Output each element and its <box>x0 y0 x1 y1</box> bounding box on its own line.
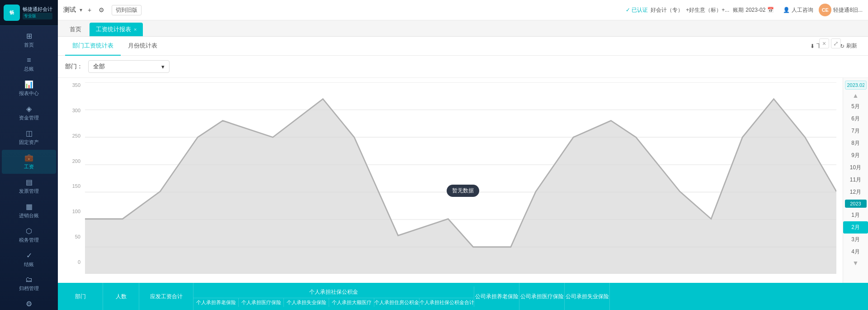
th-personal-medical: 个人承担医疗保险 <box>239 298 284 307</box>
date-month-1[interactable]: 1月 <box>843 209 868 221</box>
app-logo: 畅 畅捷通好会计 专业版 <box>0 0 58 26</box>
panel-expand-btn[interactable]: ⤢ <box>831 38 841 48</box>
chart-area: 350 300 250 200 150 100 50 0 <box>58 78 868 283</box>
date-month-11[interactable]: 11月 <box>843 174 868 186</box>
th-total-salary: 应发工资合计 <box>139 283 193 310</box>
sidebar-label-home: 首页 <box>24 42 34 48</box>
sub-tabs: 部门工资统计表 月份统计表 ⬇ 下载 ↻ 刷新 <box>58 37 868 56</box>
sidebar-item-assets[interactable]: ◫ 固定资产 <box>2 125 56 149</box>
date-month-3[interactable]: 3月 <box>843 234 868 246</box>
date-month-12[interactable]: 12月 <box>843 186 868 198</box>
salary-tab-label: 工资统计报表 <box>96 25 131 33</box>
sidebar: 畅 畅捷通好会计 专业版 ⊞ 首页 ≡ 总账 📊 报表中心 ◈ 资金管理 ◫ 固… <box>0 0 58 310</box>
date-month-6[interactable]: 6月 <box>843 113 868 125</box>
y-label-0: 0 <box>62 259 80 265</box>
sidebar-item-closing[interactable]: ✓ 结账 <box>2 248 56 272</box>
th-company-unemployment: 公司承担失业保险 <box>565 283 610 310</box>
sidebar-item-salary[interactable]: 💼 工资 <box>2 150 56 174</box>
date-month-9[interactable]: 9月 <box>843 149 868 162</box>
date-panel: ▲ 5月 6月 7月 8月 9月 10月 11月 12月 2023 1月 2月 … <box>843 78 868 283</box>
closing-icon: ✓ <box>26 251 32 260</box>
ce-label: CE <box>822 7 829 13</box>
sidebar-label-sales: 进销台账 <box>19 212 39 219</box>
sidebar-item-settings[interactable]: ⚙ 设置 <box>2 296 56 310</box>
th-company-medical: 公司承担医疗保险 <box>519 283 565 310</box>
date-year-input[interactable] <box>845 81 867 90</box>
th-headcount: 人数 <box>103 283 139 310</box>
topbar: 测试 ▾ + ⚙ 切到旧版 ✓ 已认证 好会计（专） +好生意（标）+... 账… <box>58 0 868 20</box>
topbar-tags: ✓ 已认证 好会计（专） +好生意（标）+... <box>626 6 729 14</box>
sidebar-label-reports: 报表中心 <box>19 90 39 97</box>
good-acct-tag: 好会计（专） <box>651 6 683 14</box>
user-avatar: CE <box>819 4 831 16</box>
y-label-200: 200 <box>62 158 80 164</box>
period-info: 账期 2023-02 📅 <box>733 6 774 14</box>
logo-badge: 专业版 <box>23 13 52 19</box>
dept-filter-select[interactable]: 全部 ▾ <box>88 60 170 73</box>
tabs-bar: 首页 工资统计报表 × <box>58 20 868 37</box>
date-month-7[interactable]: 7月 <box>843 125 868 137</box>
sidebar-label-tax: 税务管理 <box>19 237 39 243</box>
main-content: 测试 ▾ + ⚙ 切到旧版 ✓ 已认证 好会计（专） +好生意（标）+... 账… <box>58 0 868 310</box>
sidebar-label-salary: 工资 <box>24 163 34 170</box>
sidebar-item-reports[interactable]: 📊 报表中心 <box>2 76 56 100</box>
verified-tag: ✓ 已认证 <box>626 6 648 14</box>
company-name: 测试 <box>63 6 76 14</box>
date-up-btn[interactable]: ▲ <box>851 91 860 100</box>
topbar-actions: 👤 人工咨询 CE 轻捷通8旧... <box>783 4 863 16</box>
th-dept: 部门 <box>58 283 103 310</box>
home-tab-label: 首页 <box>70 25 81 33</box>
invoice-icon: ▤ <box>26 178 33 186</box>
date-month-2-active[interactable]: 2月 <box>843 221 868 234</box>
tab-home[interactable]: 首页 <box>63 23 88 36</box>
quick-access-label: 轻捷通8旧... <box>833 6 863 14</box>
period-label: 账期 <box>733 6 744 14</box>
logo-icon: 畅 <box>4 5 20 21</box>
sidebar-item-tax[interactable]: ⬡ 税务管理 <box>2 223 56 247</box>
date-month-8[interactable]: 8月 <box>843 137 868 149</box>
th-personal-total: 个人承担社保公积金合计 <box>420 298 474 307</box>
sub-tab-monthly-label: 月份统计表 <box>128 42 157 50</box>
add-btn[interactable]: + <box>86 5 93 14</box>
sidebar-item-funds[interactable]: ◈ 资金管理 <box>2 101 56 125</box>
sidebar-label-archive: 归档管理 <box>19 285 39 292</box>
tab-close-btn[interactable]: × <box>134 27 137 32</box>
quick-access-btn[interactable]: CE 轻捷通8旧... <box>819 4 863 16</box>
th-personal-group-header: 个人承担社保公积金 <box>193 286 474 298</box>
th-personal-pension: 个人承担养老保险 <box>193 298 239 307</box>
sub-tab-monthly[interactable]: 月份统计表 <box>121 37 165 56</box>
sidebar-label-assets: 固定资产 <box>19 139 39 146</box>
sidebar-item-archive[interactable]: 🗂 归档管理 <box>2 272 56 296</box>
filter-dropdown-icon: ▾ <box>161 63 165 70</box>
tax-icon: ⬡ <box>26 227 32 235</box>
date-month-4[interactable]: 4月 <box>843 246 868 258</box>
sidebar-item-invoice[interactable]: ▤ 发票管理 <box>2 174 56 198</box>
tab-salary-report[interactable]: 工资统计报表 × <box>90 23 143 36</box>
switch-old-version-btn[interactable]: 切到旧版 <box>112 5 142 15</box>
sidebar-nav: ⊞ 首页 ≡ 总账 📊 报表中心 ◈ 资金管理 ◫ 固定资产 💼 工资 ▤ 发票… <box>0 26 58 310</box>
sub-tab-dept-label: 部门工资统计表 <box>72 42 113 50</box>
calendar-icon[interactable]: 📅 <box>767 7 774 13</box>
date-month-10[interactable]: 10月 <box>843 162 868 174</box>
panel-close-btn[interactable]: × <box>819 38 829 48</box>
sidebar-item-home[interactable]: ⊞ 首页 <box>2 28 56 52</box>
salary-icon: 💼 <box>24 153 33 162</box>
date-month-5[interactable]: 5月 <box>843 100 868 113</box>
sidebar-label-invoice: 发票管理 <box>19 188 39 195</box>
ai-consult-btn[interactable]: 👤 人工咨询 <box>783 6 813 14</box>
sidebar-item-sales[interactable]: ▦ 进销台账 <box>2 199 56 223</box>
th-personal-major-medical: 个人承担大额医疗 <box>329 298 374 307</box>
sub-tab-dept[interactable]: 部门工资统计表 <box>65 37 121 56</box>
filter-value: 全部 <box>93 62 105 71</box>
ai-consult-label: 人工咨询 <box>792 6 813 14</box>
th-personal-housing-fund: 个人承担住房公积金 <box>374 298 420 307</box>
y-label-350: 350 <box>62 82 80 88</box>
chart-svg <box>85 82 836 274</box>
ledger-icon: ≡ <box>27 56 31 64</box>
date-down-btn[interactable]: ▼ <box>851 258 860 268</box>
th-company-pension: 公司承担养老保险 <box>474 283 519 310</box>
topbar-settings-btn[interactable]: ⚙ <box>97 5 106 14</box>
company-dropdown-btn[interactable]: ▾ <box>80 7 82 13</box>
settings-icon: ⚙ <box>26 300 32 308</box>
sidebar-item-ledger[interactable]: ≡ 总账 <box>2 52 56 76</box>
